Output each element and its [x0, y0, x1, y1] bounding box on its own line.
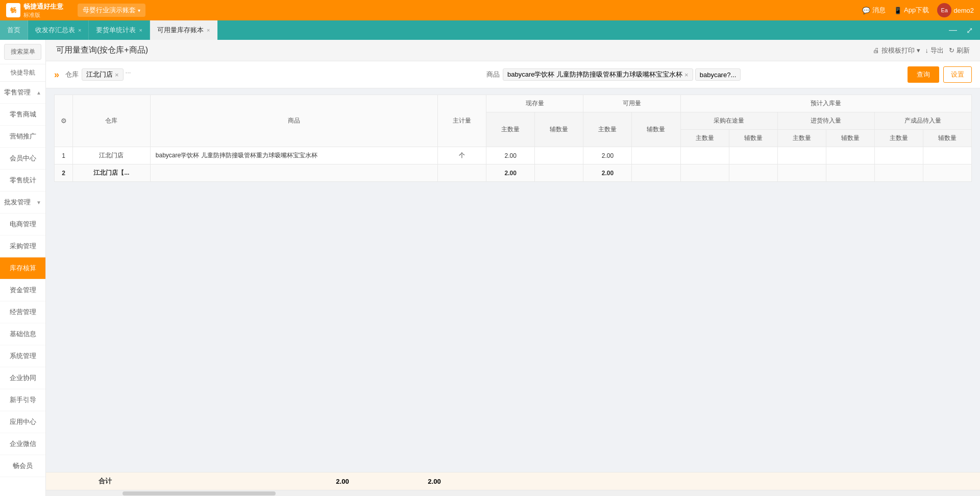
message-icon: 💬: [862, 7, 870, 14]
tab-available-stock-close[interactable]: ×: [207, 27, 210, 33]
warehouse-more-btn[interactable]: ···: [126, 68, 131, 81]
cell-warehouse-1: 江北门店: [73, 147, 151, 164]
sidebar-item-finance[interactable]: 资金管理: [0, 279, 45, 301]
app-label: App下载: [904, 6, 929, 15]
col-settings: ⚙: [55, 95, 73, 147]
page-header: 可用量查询(按仓库+商品) 🖨 按模板打印 ▾ ↓ 导出 ↻ 刷新: [46, 40, 980, 61]
page-title: 可用量查询(按仓库+商品): [56, 45, 148, 56]
warehouse-tag-text: 江北门店: [86, 70, 113, 79]
export-btn[interactable]: ↓ 导出: [925, 46, 944, 55]
sidebar-item-ecommerce-label: 电商管理: [10, 220, 36, 229]
tab-home[interactable]: 首页: [0, 20, 28, 40]
table-footer: 合计 2.00 2.00: [46, 472, 980, 490]
sidebar-item-retail-stat-label: 零售统计: [10, 176, 36, 185]
sidebar-item-operations-label: 经营管理: [10, 308, 36, 317]
tab-available-stock[interactable]: 可用量库存账本 ×: [150, 20, 217, 40]
cell-stock-aux-1: [535, 147, 583, 164]
print-icon: 🖨: [873, 46, 879, 54]
sidebar-item-newbie-label: 新手引导: [10, 395, 36, 405]
warehouse-tag-remove[interactable]: ×: [115, 71, 119, 79]
settings-btn[interactable]: 设置: [943, 66, 972, 83]
sidebar-item-member2[interactable]: 畅会员: [0, 455, 45, 477]
tab-expand-btn[interactable]: ⤢: [963, 25, 976, 36]
horizontal-scrollbar[interactable]: [46, 490, 980, 496]
print-btn[interactable]: 🖨 按模板打印 ▾: [873, 46, 920, 55]
sidebar-item-retail-mgmt[interactable]: 零售管理 ▲: [0, 82, 45, 104]
chevron-icon-2: ▼: [36, 200, 41, 205]
org-selector[interactable]: 母婴行业演示账套 ▾: [78, 4, 145, 17]
avatar: Ea: [937, 3, 951, 17]
footer-label: 合计: [75, 477, 136, 486]
page-actions: 🖨 按模板打印 ▾ ↓ 导出 ↻ 刷新: [873, 46, 970, 55]
sidebar-item-purchase-label: 采购管理: [10, 242, 36, 251]
search-menu-btn[interactable]: 搜索菜单: [4, 44, 41, 60]
col-stock-header: 现存量: [486, 95, 583, 112]
refresh-btn[interactable]: ↻ 刷新: [949, 46, 970, 55]
filter-actions: 查询 设置: [908, 66, 972, 83]
warehouse-tag-jiangbei[interactable]: 江北门店 ×: [82, 68, 124, 81]
sidebar-item-wechat[interactable]: 企业微信: [0, 433, 45, 455]
sidebar-item-ecommerce[interactable]: 电商管理: [0, 214, 45, 235]
table-row: 1 江北门店 babycare学饮杯 儿童防摔防撞吸管杯重力球吸嘴杯宝宝水杯 个…: [55, 147, 972, 164]
col-purchase-header: 采购在途量: [680, 112, 777, 130]
tab-receive-pay-label: 收发存汇总表: [35, 26, 75, 35]
sidebar-item-retail-mgmt-label: 零售管理: [4, 88, 31, 97]
sidebar-item-purchase[interactable]: 采购管理: [0, 235, 45, 257]
sidebar-item-inventory[interactable]: 库存核算: [0, 257, 45, 279]
quick-nav-btn[interactable]: 快捷导航: [0, 64, 45, 82]
tab-home-label: 首页: [7, 26, 20, 35]
nav-tabs: 首页 收发存汇总表 × 要货单统计表 × 可用量库存账本 × — ⤢: [0, 20, 980, 40]
col-avail-main: 主数量: [583, 112, 632, 147]
product-tag-1[interactable]: babycare学饮杯 儿童防摔防撞吸管杯重力球吸嘴杯宝宝水杯 ×: [503, 68, 693, 81]
sidebar-item-basic-info[interactable]: 基础信息: [0, 323, 45, 345]
logo-info: 畅捷通好生意 标准版: [23, 2, 63, 19]
sidebar-item-app-center[interactable]: 应用中心: [0, 411, 45, 433]
sidebar-item-retail-mall-label: 零售商城: [10, 110, 36, 119]
app-download-btn[interactable]: 📱 App下载: [894, 6, 929, 15]
cell-unit-2: [438, 164, 486, 182]
product-tag-2-text: babycare?...: [700, 71, 737, 79]
user-area[interactable]: Ea demo2: [937, 3, 974, 17]
tab-receive-pay-close[interactable]: ×: [78, 27, 81, 33]
top-bar-right: 💬 消息 📱 App下载 Ea demo2: [862, 3, 974, 17]
sidebar-item-marketing[interactable]: 营销推广: [0, 126, 45, 148]
sidebar-item-member[interactable]: 会员中心: [0, 148, 45, 170]
sidebar-item-operations[interactable]: 经营管理: [0, 301, 45, 323]
sidebar-item-system[interactable]: 系统管理: [0, 345, 45, 367]
sidebar-item-newbie[interactable]: 新手引导: [0, 389, 45, 411]
tab-minimize-btn[interactable]: —: [946, 25, 960, 36]
message-btn[interactable]: 💬 消息: [862, 6, 886, 15]
cell-product-pending-aux-2: [923, 164, 971, 182]
tab-actions: — ⤢: [942, 20, 980, 40]
query-btn[interactable]: 查询: [908, 66, 939, 83]
tab-order-stat-close[interactable]: ×: [139, 27, 142, 33]
filter-toggle-btn[interactable]: »: [54, 69, 59, 80]
col-warehouse-header: 仓库: [73, 95, 151, 147]
col-purchase-main: 主数量: [680, 130, 729, 147]
product-tag-2[interactable]: babycare?...: [695, 68, 741, 81]
cell-incoming-aux-2: [826, 164, 874, 182]
col-stock-main: 主数量: [486, 112, 535, 147]
print-label: 按模板打印: [881, 46, 915, 55]
cell-unit-1: 个: [438, 147, 486, 164]
product-label: 商品: [486, 70, 500, 79]
col-stock-aux: 辅数量: [535, 112, 583, 147]
col-product-pending-aux: 辅数量: [923, 130, 971, 147]
footer-values: 2.00 2.00: [136, 478, 972, 485]
product-tag-1-remove[interactable]: ×: [684, 71, 689, 79]
top-bar: 畅 畅捷通好生意 标准版 母婴行业演示账套 ▾ 💬 消息 📱 App下载 Ea …: [0, 0, 980, 20]
content-area: 可用量查询(按仓库+商品) 🖨 按模板打印 ▾ ↓ 导出 ↻ 刷新 »: [46, 40, 980, 496]
sidebar-item-enterprise[interactable]: 企业协同: [0, 367, 45, 389]
sidebar-item-wholesale[interactable]: 批发管理 ▼: [0, 192, 45, 214]
sidebar-item-member-label: 会员中心: [10, 154, 36, 163]
tab-receive-pay[interactable]: 收发存汇总表 ×: [28, 20, 89, 40]
tab-order-stat[interactable]: 要货单统计表 ×: [89, 20, 150, 40]
settings-icon[interactable]: ⚙: [61, 117, 67, 125]
sidebar-item-wholesale-label: 批发管理: [4, 198, 31, 207]
scroll-thumb[interactable]: [122, 491, 276, 495]
sidebar-item-retail-mall[interactable]: 零售商城: [0, 104, 45, 126]
col-purchase-aux: 辅数量: [729, 130, 777, 147]
cell-product-pending-main-1: [874, 147, 923, 164]
sidebar-item-retail-stat[interactable]: 零售统计: [0, 170, 45, 192]
product-tag-1-text: babycare学饮杯 儿童防摔防撞吸管杯重力球吸嘴杯宝宝水杯: [507, 70, 682, 79]
